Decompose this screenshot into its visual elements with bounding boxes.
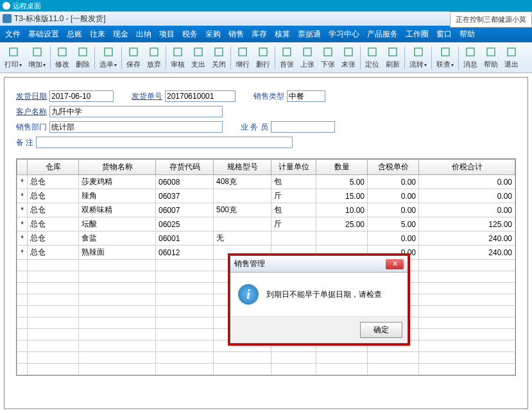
menu-库存[interactable]: 库存	[252, 29, 267, 40]
svg-rect-6	[150, 48, 158, 56]
menu-销售[interactable]: 销售	[228, 29, 244, 40]
tool-支出[interactable]: 支出	[189, 44, 208, 71]
date-input[interactable]	[49, 90, 114, 102]
table-row[interactable]: *总仓食盐06001无0.00240.00	[17, 232, 515, 246]
svg-rect-13	[304, 48, 311, 56]
上张-icon	[301, 46, 314, 58]
menu-采购[interactable]: 采购	[205, 29, 221, 40]
toolbar: 打印▾增加▾修改删除选单▾保存放弃审核支出关闭增行删行首张上张下张末张定位刷新流…	[0, 42, 532, 73]
menu-出纳[interactable]: 出纳	[136, 29, 151, 40]
table-row[interactable]: *总仓双桥味精06007500克包10.000.000.00	[17, 203, 515, 217]
修改-icon	[56, 46, 69, 58]
tool-放弃[interactable]: 放弃	[144, 44, 164, 71]
col-计量单位[interactable]: 计量单位	[271, 160, 316, 175]
末张-icon	[342, 46, 355, 58]
close-icon[interactable]: ✕	[386, 259, 404, 269]
menu-总账[interactable]: 总账	[67, 29, 82, 40]
tool-删除[interactable]: 删除	[73, 44, 92, 71]
tool-定位[interactable]: 定位	[363, 44, 382, 71]
tool-关闭[interactable]: 关闭	[209, 44, 228, 71]
svg-rect-7	[174, 48, 182, 56]
menu-学习中心[interactable]: 学习中心	[329, 29, 359, 40]
tool-增行[interactable]: 增行	[233, 44, 252, 71]
tool-上张[interactable]: 上张	[298, 44, 317, 71]
menu-核算[interactable]: 核算	[275, 29, 290, 40]
separator	[94, 46, 95, 69]
tool-刷新[interactable]: 刷新	[383, 44, 402, 71]
ok-button[interactable]: 确定	[360, 322, 402, 338]
选单-icon	[102, 46, 115, 58]
menu-bar: 文件基础设置总账往来现金出纳项目税务采购销售库存核算票据通学习中心产品服务工作圈…	[0, 26, 532, 42]
tool-帮助[interactable]: 帮助	[481, 44, 501, 71]
col-存货代码[interactable]: 存货代码	[156, 160, 214, 175]
menu-往来[interactable]: 往来	[90, 29, 105, 40]
col-含税单价[interactable]: 含税单价	[368, 160, 419, 175]
svg-rect-4	[105, 48, 112, 56]
dept-input[interactable]	[49, 121, 223, 133]
table-row[interactable]: *总仓坛酸06025斤25.005.00125.00	[17, 217, 515, 232]
svg-rect-17	[389, 48, 397, 56]
tool-保存[interactable]: 保存	[124, 44, 143, 71]
no-input[interactable]	[165, 90, 236, 102]
table-row[interactable]	[17, 352, 515, 364]
remote-desktop-bar: 远程桌面	[0, 0, 532, 12]
tool-选单[interactable]: 选单▾	[97, 44, 119, 71]
col-marker[interactable]	[17, 160, 28, 175]
cust-input[interactable]	[49, 106, 223, 117]
流转-icon	[412, 46, 425, 58]
col-货物名称[interactable]: 货物名称	[79, 160, 156, 175]
app-icon	[3, 14, 12, 23]
svg-rect-9	[215, 48, 223, 56]
dialog-message: 到期日不能早于单据日期，请检查	[266, 289, 382, 300]
保存-icon	[127, 46, 140, 58]
clerk-input[interactable]	[271, 121, 335, 133]
menu-税务[interactable]: 税务	[182, 29, 198, 40]
tool-下张[interactable]: 下张	[318, 44, 338, 71]
svg-rect-16	[368, 48, 376, 56]
separator	[50, 46, 51, 69]
tool-联查[interactable]: 联查▾	[434, 44, 456, 71]
tool-删行[interactable]: 删行	[253, 44, 273, 71]
date-label: 发货日期	[16, 91, 47, 102]
tool-退出[interactable]: 退出	[502, 44, 521, 71]
menu-项目[interactable]: 项目	[159, 29, 175, 40]
menu-窗口[interactable]: 窗口	[436, 29, 452, 40]
remark-input[interactable]	[36, 137, 293, 148]
table-row[interactable]	[17, 364, 515, 375]
table-row[interactable]: *总仓莎麦鸡精06008408克包5.000.000.00	[17, 175, 515, 189]
col-价税合计[interactable]: 价税合计	[419, 160, 515, 175]
tool-流转[interactable]: 流转▾	[407, 44, 429, 71]
menu-文件[interactable]: 文件	[5, 29, 21, 40]
menu-帮助[interactable]: 帮助	[459, 29, 475, 40]
增行-icon	[236, 46, 249, 58]
col-规格型号[interactable]: 规格型号	[214, 160, 271, 175]
tool-修改[interactable]: 修改	[53, 44, 72, 71]
tool-增加[interactable]: 增加▾	[26, 44, 48, 71]
menu-工作圈[interactable]: 工作圈	[406, 29, 429, 40]
svg-rect-22	[508, 48, 515, 56]
tool-打印[interactable]: 打印▾	[2, 44, 24, 71]
col-仓库[interactable]: 仓库	[28, 160, 79, 175]
tool-末张[interactable]: 末张	[339, 44, 358, 71]
tool-消息[interactable]: 消息	[461, 44, 480, 71]
message-dialog: 销售管理 ✕ i 到期日不能早于单据日期，请检查 确定	[230, 255, 408, 344]
dialog-titlebar[interactable]: 销售管理 ✕	[230, 256, 408, 273]
首张-icon	[280, 46, 293, 58]
tool-首张[interactable]: 首张	[277, 44, 296, 71]
svg-rect-3	[79, 48, 87, 56]
type-input[interactable]	[287, 90, 325, 102]
svg-rect-19	[442, 48, 449, 56]
control-notice: 正在控制三都健源小莫	[450, 12, 532, 28]
col-数量[interactable]: 数量	[316, 160, 368, 175]
tool-审核[interactable]: 审核	[168, 44, 187, 71]
table-row[interactable]: *总仓辣角06037斤15.000.000.00	[17, 189, 515, 203]
svg-rect-21	[487, 48, 495, 56]
menu-基础设置[interactable]: 基础设置	[28, 29, 59, 40]
dialog-title-text: 销售管理	[234, 258, 265, 269]
menu-产品服务[interactable]: 产品服务	[367, 29, 398, 40]
支出-icon	[192, 46, 205, 58]
svg-rect-0	[10, 48, 17, 56]
menu-现金[interactable]: 现金	[113, 29, 128, 40]
menu-票据通[interactable]: 票据通	[298, 29, 321, 40]
cust-label: 客户名称	[16, 106, 47, 117]
